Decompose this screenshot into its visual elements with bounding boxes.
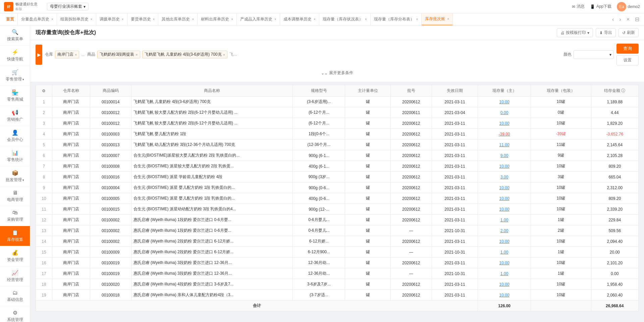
- industry-selector[interactable]: 母婴行业演示账套 ▾: [47, 3, 89, 10]
- expand-more-btn[interactable]: ⌄⌄ 展开更多条件: [317, 69, 357, 77]
- tab-ku-cun-dist[interactable]: 现存量（库存分布表） ×: [371, 13, 422, 25]
- cell-num: 8: [36, 172, 52, 182]
- cell-qty-main: 10.00: [478, 193, 531, 204]
- cell-qty-main: 10.00: [478, 97, 531, 107]
- sidebar-item-ecom[interactable]: 🖥 电商管理: [0, 186, 30, 206]
- table-container[interactable]: ⚙ 仓库名称 商品编码 商品名称 规格型号 主计量单位 批号 失效日期 现存量（…: [30, 82, 644, 322]
- app-download-btn[interactable]: 📱 App下载: [590, 4, 611, 9]
- close-icon[interactable]: ×: [447, 17, 449, 21]
- filter-expand-btn[interactable]: ▶: [36, 45, 42, 65]
- close-icon[interactable]: ×: [416, 17, 418, 21]
- col-settings[interactable]: ⚙: [36, 85, 52, 97]
- color-input[interactable]: ▾: [574, 50, 614, 59]
- cell-unit: 罐: [345, 118, 390, 129]
- sidebar-item-member[interactable]: 👤 会员中心: [0, 126, 30, 146]
- tab-chan-cheng[interactable]: 产成品入库单历史 ×: [237, 13, 280, 25]
- tab-yao-huo[interactable]: 要货单历史 ×: [127, 13, 159, 25]
- avatar: Ea: [617, 2, 626, 11]
- export-btn[interactable]: ⬇ 导出: [596, 28, 616, 37]
- sidebar-item-search[interactable]: 🔍 搜索英单: [0, 25, 30, 46]
- tab-menu-btn[interactable]: ⊟: [633, 16, 641, 22]
- settings-icon: ⚙: [42, 89, 46, 93]
- warehouse-tag-close[interactable]: ×: [75, 53, 77, 57]
- product-more[interactable]: 飞...: [229, 52, 237, 57]
- tab-next-btn[interactable]: ›: [617, 16, 623, 22]
- cell-qty-pack: 11罐: [531, 140, 591, 150]
- sidebar-item-quick[interactable]: ⚡ 快捷导航: [0, 46, 30, 66]
- close-icon[interactable]: ×: [51, 17, 53, 21]
- close-icon[interactable]: ×: [153, 17, 155, 21]
- cell-warehouse: 南岸门店: [52, 118, 90, 129]
- product-tag-1-close[interactable]: ×: [136, 53, 138, 57]
- print-btn[interactable]: 🖨 按模板打印 ▾: [557, 28, 593, 37]
- tab-ku-cun-status[interactable]: 现存量（库存状况表） ×: [319, 13, 371, 25]
- warehouse-more[interactable]: ...: [81, 52, 85, 57]
- sidebar-item-finance[interactable]: 💰 资金管理: [0, 246, 30, 266]
- cell-warehouse: 南岸门店: [52, 172, 90, 182]
- query-btn[interactable]: 查询: [616, 44, 639, 54]
- logo-text: 畅捷通好生意: [15, 2, 38, 7]
- tab-bar-right: ‹ › × ⊟: [610, 16, 641, 22]
- cell-num: 3: [36, 118, 52, 129]
- sidebar-item-retail[interactable]: 🛒 零售管理 ▾: [0, 66, 30, 86]
- tab-cheng-ben[interactable]: 成本调整单历史 ×: [280, 13, 319, 25]
- sidebar-label-member: 会员中心: [7, 137, 23, 143]
- refresh-btn[interactable]: ↺ 刷新: [619, 28, 639, 37]
- cell-batch: 20200612: [390, 129, 432, 140]
- cell-batch: 20200612: [390, 193, 432, 204]
- sidebar-item-shop[interactable]: 🏪 零售商城: [0, 86, 30, 106]
- cell-name: 惠氏启睿 (Wyeth illuma) 亲和人体儿童配方奶粉4段（3...: [131, 290, 293, 301]
- cell-num: 15: [36, 247, 52, 258]
- message-btn[interactable]: ✉ 消息: [572, 4, 585, 9]
- close-icon[interactable]: ×: [314, 17, 316, 21]
- tab-zu-chai[interactable]: 组装拆卸单历史 ×: [57, 13, 96, 25]
- cell-batch: 20200612: [390, 118, 432, 129]
- sidebar-item-inventory[interactable]: 📋 库存核算: [0, 226, 30, 246]
- tab-prev-btn[interactable]: ‹: [610, 16, 616, 22]
- cell-spec: 6-12月娇...: [293, 236, 345, 247]
- tab-fen-pan[interactable]: 分量盘点单历史 ×: [18, 13, 57, 25]
- close-icon[interactable]: ×: [274, 17, 276, 21]
- cell-name: 惠氏启睿 (Wyeth illuma) 3段奶粉 爱尔兰进口 12-36月...: [131, 258, 293, 268]
- cell-qty-pack: 10罐: [531, 279, 591, 290]
- cell-qty-pack: 1罐: [531, 268, 591, 279]
- cell-name: 合生元 (BIOSTIME) 派星 婴儿配方奶粉 1段 乳铁蛋白的...: [131, 182, 293, 193]
- tab-bar: 首页 分量盘点单历史 × 组装拆卸单历史 × 调拨单历史 × 要货单历史 × 其…: [0, 13, 644, 25]
- product-tag-2-close[interactable]: ×: [223, 53, 225, 57]
- footer-total-qty-pack: [531, 301, 591, 311]
- sidebar-item-marketing[interactable]: 📢 营销推广: [0, 106, 30, 126]
- close-icon[interactable]: ×: [122, 17, 124, 21]
- tab-qi-ta-chu[interactable]: 其他出库单历史 ×: [158, 13, 198, 25]
- cell-name: 惠氏启睿 (Wyeth illuma) 2段奶粉 爱尔兰进口 6-12月娇...: [131, 236, 293, 247]
- cell-code: 00100002: [90, 225, 131, 236]
- sidebar-item-stats[interactable]: 📊 零售统计: [0, 146, 30, 166]
- tab-diao-bo[interactable]: 调拨单历史 ×: [96, 13, 127, 25]
- tab-close-current-btn[interactable]: ×: [625, 16, 632, 22]
- tab-pi-ci[interactable]: 库存批次账 ×: [422, 13, 453, 25]
- cell-code: 00100004: [90, 182, 131, 193]
- table-row: 3 南岸门店 00100012 飞鹤星飞帆 较大婴儿配方奶粉 2段(6-12个月…: [36, 118, 639, 129]
- sidebar-item-basic[interactable]: 🗂 基础信息: [0, 286, 30, 306]
- sidebar-item-batch[interactable]: 📦 批发管理 ▾: [0, 166, 30, 186]
- close-icon[interactable]: ×: [91, 17, 93, 21]
- sidebar-label-batch: 批发管理: [6, 177, 22, 183]
- cell-expire: 2021-10-31: [432, 268, 478, 279]
- sidebar-item-purchase[interactable]: 🛍 采购管理: [0, 206, 30, 226]
- close-icon[interactable]: ×: [192, 17, 194, 21]
- cell-spec: 400g (0-6...: [293, 193, 345, 204]
- setting-btn[interactable]: 设置: [616, 55, 639, 65]
- filter-color: 颜色 ▾: [564, 50, 614, 59]
- close-icon[interactable]: ×: [365, 17, 367, 21]
- cell-num: 11: [36, 204, 52, 215]
- tab-cai-liao[interactable]: 材料出库单历史 ×: [198, 13, 237, 25]
- cell-name: 合生元(BIOSTIME)派星较大婴儿配方奶粉 2段 乳铁蛋白的...: [131, 150, 293, 161]
- close-icon[interactable]: ×: [231, 17, 233, 21]
- filter-expand-row: ⌄⌄ 展开更多条件: [36, 65, 639, 78]
- user-area[interactable]: Ea demo2: [617, 2, 640, 11]
- expand-label: 展开更多条件: [329, 70, 353, 76]
- sidebar-item-system[interactable]: ⚙ 系统管理: [0, 306, 30, 322]
- cell-code: 00100016: [90, 172, 131, 182]
- sidebar-item-operation[interactable]: 📈 经营管理: [0, 266, 30, 286]
- purchase-icon: 🛍: [12, 210, 18, 216]
- tab-home[interactable]: 首页: [3, 13, 18, 25]
